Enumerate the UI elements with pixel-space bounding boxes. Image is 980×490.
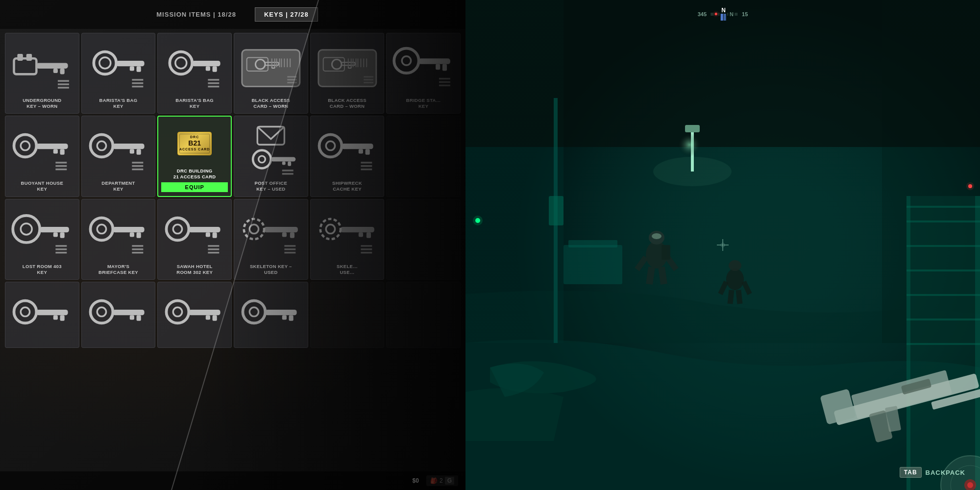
compass-north: N xyxy=(721,7,726,13)
item-buoyant-house-key[interactable]: BUOYANT HOUSEKEY xyxy=(5,116,79,196)
svg-rect-19 xyxy=(193,61,220,66)
item-underground-key[interactable]: UNDERGROUNDKEY – WORN xyxy=(5,33,79,114)
svg-rect-0 xyxy=(14,58,36,74)
svg-point-143 xyxy=(97,308,106,317)
item-label: UNDERGROUNDKEY – WORN xyxy=(23,98,61,110)
svg-point-210 xyxy=(967,482,973,488)
svg-rect-117 xyxy=(206,232,210,237)
svg-line-183 xyxy=(738,290,740,304)
svg-rect-197 xyxy=(906,294,980,296)
svg-point-65 xyxy=(14,135,36,157)
svg-rect-86 xyxy=(282,162,286,165)
item-empty-row2-6 xyxy=(386,116,461,196)
item-black-access-card-1[interactable]: BLACK ACCESSCARD – WORN xyxy=(234,33,308,114)
item-count: 2 xyxy=(440,477,443,484)
svg-rect-75 xyxy=(113,144,144,149)
svg-rect-151 xyxy=(206,316,210,320)
svg-point-179 xyxy=(729,260,741,271)
svg-rect-100 xyxy=(60,232,65,238)
item-label: SHIPWRECKCACHE KEY xyxy=(332,180,362,193)
svg-point-83 xyxy=(259,156,266,163)
item-icon xyxy=(314,204,381,261)
item-department-key[interactable]: DEPARTMENTKEY xyxy=(81,116,156,196)
item-icon xyxy=(314,121,381,177)
item-label: MAYOR'SBRIEFCASE KEY xyxy=(98,264,138,276)
svg-point-153 xyxy=(249,308,258,317)
svg-point-10 xyxy=(99,57,110,69)
degree-left: 345 xyxy=(698,11,707,17)
item-label: SAWAH HOTELROOM 302 KEY xyxy=(176,264,213,276)
svg-point-172 xyxy=(652,233,662,239)
item-skeleton-key-1[interactable]: SKELETON KEY –USED xyxy=(234,199,308,280)
svg-rect-1 xyxy=(17,54,23,61)
item-mayors-briefcase[interactable]: MAYOR'SBRIEFCASE KEY xyxy=(81,199,156,280)
svg-line-175 xyxy=(649,267,652,284)
item-label: BLACK ACCESSCARD – WORN xyxy=(328,98,367,110)
svg-rect-146 xyxy=(129,316,134,320)
item-bridge-sta-key[interactable]: BRIDGE STA…KEY xyxy=(386,33,461,114)
item-empty-row3-6 xyxy=(386,199,461,280)
svg-rect-169 xyxy=(549,196,564,225)
item-baristas-bag-key-1[interactable]: BARISTA'S BAGKEY xyxy=(81,33,156,114)
item-sawah-hotel-302[interactable]: SAWAH HOTELROOM 302 KEY xyxy=(157,199,232,280)
svg-rect-93 xyxy=(358,149,363,154)
item-shipwreck-cache-key[interactable]: SHIPWRECKCACHE KEY xyxy=(310,116,385,196)
svg-point-89 xyxy=(319,135,342,157)
svg-point-152 xyxy=(243,301,265,323)
svg-rect-60 xyxy=(442,64,447,71)
item-baristas-bag-key-2[interactable]: BARISTA'S BAGKEY xyxy=(157,33,232,114)
svg-point-66 xyxy=(21,142,29,150)
inventory-panel: MISSION ITEMS | 18/28 KEYS | 27/28 xyxy=(0,0,466,490)
svg-rect-25 xyxy=(242,50,300,87)
item-lost-room-403[interactable]: LOST ROOM 403KEY xyxy=(5,199,79,280)
svg-rect-91 xyxy=(342,144,373,149)
item-label: POST OFFICEKEY – USED xyxy=(255,180,288,193)
svg-point-167 xyxy=(663,122,722,181)
item-drc-building-21[interactable]: DRC B21 ACCESS CARD DRC BUILDING21 ACCES… xyxy=(157,116,232,196)
svg-point-147 xyxy=(167,301,189,323)
svg-rect-61 xyxy=(436,64,440,70)
equip-button[interactable]: EQUIP xyxy=(161,182,228,192)
item-icon xyxy=(314,38,381,95)
svg-rect-163 xyxy=(466,0,980,147)
item-label: SKELETON KEY –USED xyxy=(250,264,292,276)
degree-right: 15 xyxy=(742,11,748,17)
svg-point-17 xyxy=(170,52,193,74)
backpack-icon: 🎒 xyxy=(430,477,438,484)
bottom-hud: $0 🎒 2 G xyxy=(0,471,466,490)
compass: 345 N N 15 xyxy=(698,7,748,21)
game-panel: 345 N N 15 xyxy=(466,0,980,490)
mission-items-tab[interactable]: MISSION ITEMS | 18/28 xyxy=(147,8,245,21)
item-key-label: G xyxy=(445,477,454,485)
item-skeleton-key-2[interactable]: SKELE…USE… xyxy=(310,199,385,280)
item-icon xyxy=(85,38,152,95)
svg-point-122 xyxy=(249,224,258,233)
svg-rect-3 xyxy=(36,63,68,68)
svg-rect-69 xyxy=(53,149,58,154)
item-label: SKELE…USE… xyxy=(337,264,358,276)
item-row4-5 xyxy=(310,282,385,348)
item-label: BLACK ACCESSCARD – WORN xyxy=(251,98,290,110)
item-row4-1[interactable] xyxy=(5,282,79,348)
svg-rect-13 xyxy=(129,66,134,71)
svg-rect-156 xyxy=(282,316,287,320)
svg-rect-12 xyxy=(136,66,141,72)
svg-point-90 xyxy=(326,142,335,150)
item-row4-3[interactable] xyxy=(157,282,232,348)
item-icon xyxy=(161,204,228,261)
item-row4-2[interactable] xyxy=(81,282,156,348)
svg-point-58 xyxy=(402,56,411,65)
item-icon: DRC B21 ACCESS CARD xyxy=(161,122,228,165)
item-label: LOST ROOM 403KEY xyxy=(23,264,62,276)
keys-tab[interactable]: KEYS | 27/28 xyxy=(255,7,318,22)
item-row4-4[interactable] xyxy=(234,282,308,348)
svg-rect-41 xyxy=(318,50,376,87)
svg-rect-155 xyxy=(289,316,294,321)
item-label: BARISTA'S BAGKEY xyxy=(175,98,214,110)
svg-rect-5 xyxy=(53,69,58,73)
item-post-office-key[interactable]: POST OFFICEKEY – USED xyxy=(234,116,308,196)
svg-rect-154 xyxy=(265,310,296,315)
item-label: BRIDGE STA…KEY xyxy=(406,98,441,110)
item-black-access-card-2[interactable]: BLACK ACCESSCARD – WORN xyxy=(310,33,385,114)
hud-item-icon: 🎒 2 G xyxy=(426,475,458,486)
